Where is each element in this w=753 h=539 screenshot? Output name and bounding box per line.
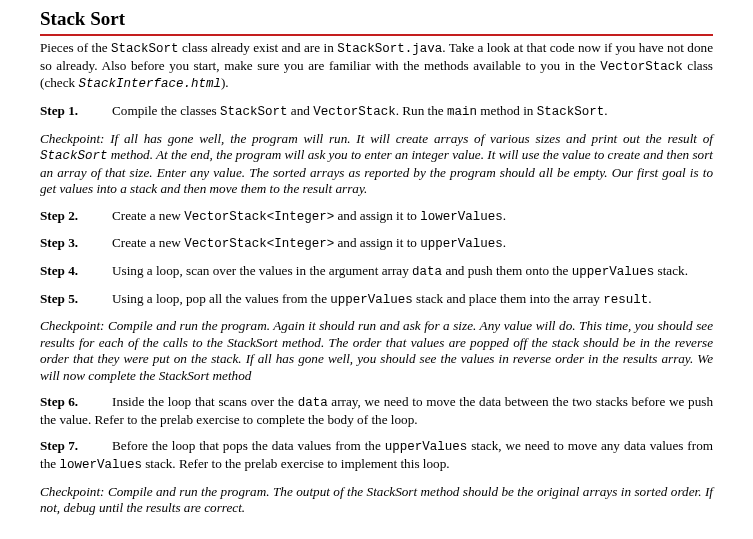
code: upperValues xyxy=(572,265,655,279)
step-label: Step 4. xyxy=(40,263,98,280)
code-stackinterface-html: StackInterface.html xyxy=(78,77,221,91)
code: StackSort xyxy=(537,105,605,119)
text: Using a loop, pop all the values from th… xyxy=(112,291,330,306)
step-1: Step 1.Compile the classes StackSort and… xyxy=(40,103,713,121)
text: Checkpoint: If all has gone well, the pr… xyxy=(40,131,713,146)
text: Before the loop that pops the data value… xyxy=(112,438,385,453)
text: . xyxy=(503,235,506,250)
checkpoint-1: Checkpoint: If all has gone well, the pr… xyxy=(40,131,713,198)
step-7: Step 7.Before the loop that pops the dat… xyxy=(40,438,713,473)
text: and push them onto the xyxy=(442,263,572,278)
text: . xyxy=(648,291,651,306)
text: stack and place them into the array xyxy=(413,291,603,306)
step-6: Step 6.Inside the loop that scans over t… xyxy=(40,394,713,428)
text: Create a new xyxy=(112,208,184,223)
page-title: Stack Sort xyxy=(40,8,713,30)
text: . xyxy=(503,208,506,223)
step-label: Step 6. xyxy=(40,394,98,411)
code: result xyxy=(603,293,648,307)
text: Inside the loop that scans over the xyxy=(112,394,298,409)
code: data xyxy=(412,265,442,279)
code: upperValues xyxy=(385,440,468,454)
text: method in xyxy=(477,103,537,118)
code: upperValues xyxy=(420,237,503,251)
text: . Run the xyxy=(396,103,447,118)
text: and assign it to xyxy=(334,208,420,223)
code: VectorStack<Integer> xyxy=(184,210,334,224)
text: class already exist and are in xyxy=(179,40,338,55)
step-label: Step 1. xyxy=(40,103,98,120)
step-2: Step 2.Create a new VectorStack<Integer>… xyxy=(40,208,713,226)
code: StackSort xyxy=(40,149,108,163)
code: data xyxy=(298,396,328,410)
code: VectorStack xyxy=(313,105,396,119)
title-rule xyxy=(40,34,713,36)
text: and assign it to xyxy=(334,235,420,250)
code: VectorStack<Integer> xyxy=(184,237,334,251)
code: lowerValues xyxy=(59,458,142,472)
checkpoint-2: Checkpoint: Compile and run the program.… xyxy=(40,318,713,384)
step-label: Step 5. xyxy=(40,291,98,308)
code: StackSort xyxy=(220,105,288,119)
code: lowerValues xyxy=(420,210,503,224)
text: . xyxy=(604,103,607,118)
step-5: Step 5.Using a loop, pop all the values … xyxy=(40,291,713,309)
step-4: Step 4.Using a loop, scan over the value… xyxy=(40,263,713,281)
text: Pieces of the xyxy=(40,40,111,55)
text: ). xyxy=(221,75,229,90)
code-stacksort: StackSort xyxy=(111,42,179,56)
text: Compile the classes xyxy=(112,103,220,118)
document-page: Stack Sort Pieces of the StackSort class… xyxy=(0,0,753,539)
code: upperValues xyxy=(330,293,413,307)
step-label: Step 3. xyxy=(40,235,98,252)
text: stack. xyxy=(654,263,688,278)
step-label: Step 2. xyxy=(40,208,98,225)
code-stacksort-java: StackSort.java xyxy=(337,42,442,56)
text: method. At the end, the program will ask… xyxy=(40,147,713,196)
intro-paragraph: Pieces of the StackSort class already ex… xyxy=(40,40,713,93)
code: main xyxy=(447,105,477,119)
text: Create a new xyxy=(112,235,184,250)
step-label: Step 7. xyxy=(40,438,98,455)
text: stack. Refer to the prelab exercise to i… xyxy=(142,456,450,471)
step-3: Step 3.Create a new VectorStack<Integer>… xyxy=(40,235,713,253)
text: Using a loop, scan over the values in th… xyxy=(112,263,412,278)
checkpoint-3: Checkpoint: Compile and run the program.… xyxy=(40,484,713,517)
text: and xyxy=(288,103,314,118)
code-vectorstack: VectorStack xyxy=(600,60,683,74)
